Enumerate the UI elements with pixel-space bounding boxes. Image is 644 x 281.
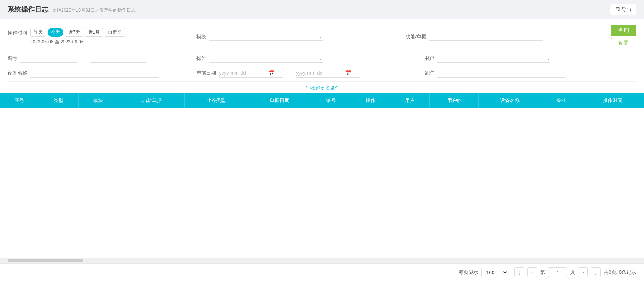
function-select[interactable]: ⌄ [429, 32, 543, 41]
function-label: 功能/单据 [406, 33, 427, 40]
page-label: 第 [540, 269, 545, 276]
doc-date-from-input[interactable] [219, 70, 268, 76]
time-btn-yesterday[interactable]: 昨天 [30, 28, 46, 37]
time-btn-7days[interactable]: 近7天 [65, 28, 83, 37]
data-table: 序号 类型 模块 功能/单据 业务类型 单据日期 编号 操作 用户 用户ip 设… [0, 93, 644, 108]
page-title: 系统操作日志 [8, 5, 48, 14]
function-chevron-icon: ⌄ [539, 34, 543, 39]
col-remark: 备注 [542, 93, 581, 108]
collapse-button[interactable]: ⌃ 收起更多条件 [304, 85, 340, 92]
scroll-thumb[interactable] [8, 259, 83, 262]
col-seq: 序号 [0, 93, 39, 108]
page-subtitle: 支持2020年10月31日之后产生的操作日志 [52, 7, 136, 14]
calendar-to-icon[interactable]: 📅 [345, 70, 351, 76]
page-first-button[interactable]: ⌊ [514, 267, 524, 277]
module-select[interactable]: ⌄ [209, 32, 323, 41]
user-label: 用户 [424, 55, 434, 62]
collapse-label: 收起更多条件 [310, 85, 340, 92]
module-chevron-icon: ⌄ [319, 34, 323, 39]
device-input[interactable] [30, 68, 159, 78]
page-last-button[interactable]: ⌋ [591, 267, 601, 277]
time-label: 操作时间 [8, 29, 27, 36]
page-next-button[interactable]: › [578, 267, 588, 277]
page-size-label: 每页显示 [459, 269, 478, 276]
user-chevron-icon: ⌄ [547, 56, 550, 61]
number-input-from[interactable] [20, 54, 77, 63]
number-label: 编号 [8, 55, 17, 62]
time-btn-today[interactable]: 今天 [48, 28, 63, 37]
user-select[interactable]: ⌄ [437, 54, 550, 63]
query-button[interactable]: 查询 [611, 25, 636, 36]
col-number: 编号 [311, 93, 351, 108]
operation-chevron-icon: ⌄ [319, 56, 323, 61]
doc-date-from[interactable]: 📅 [219, 68, 283, 78]
remark-input[interactable] [437, 68, 565, 78]
col-user-ip: 用户ip [429, 93, 478, 108]
time-btn-custom[interactable]: 自定义 [105, 28, 125, 37]
operation-select[interactable]: ⌄ [209, 54, 323, 63]
pagination-bar: 每页显示 100 50 200 ⌊ ‹ 第 页 › ⌋ 共0页, 0条记录 [0, 263, 644, 281]
col-user: 用户 [390, 93, 429, 108]
col-biz-type: 业务类型 [185, 93, 248, 108]
col-function: 功能/单据 [118, 93, 184, 108]
page-unit: 页 [570, 269, 575, 276]
col-op-time: 操作时间 [581, 93, 644, 108]
module-label: 模块 [196, 33, 206, 40]
col-module: 模块 [79, 93, 118, 108]
number-input-to[interactable] [90, 54, 146, 63]
calendar-from-icon[interactable]: 📅 [268, 70, 275, 76]
col-device: 设备名称 [478, 93, 542, 108]
horizontal-scrollbar[interactable] [0, 258, 644, 263]
page-prev-button[interactable]: ‹ [527, 267, 537, 277]
time-btn-1month[interactable]: 近1月 [85, 28, 103, 37]
time-range-display: 2023-06-06 至 2023-06-06 [30, 39, 125, 45]
settings-button[interactable]: 设置 [611, 38, 636, 48]
remark-label: 备注 [424, 70, 434, 76]
doc-date-to-input[interactable] [296, 70, 345, 76]
col-doc-date: 单据日期 [248, 93, 311, 108]
page-number-input[interactable] [548, 267, 567, 277]
collapse-up-icon: ⌃ [304, 85, 309, 91]
operation-label: 操作 [196, 55, 206, 62]
doc-date-to[interactable]: 📅 [296, 68, 360, 78]
export-label: 导出 [622, 6, 632, 13]
device-label: 设备名称 [8, 70, 27, 76]
total-info: 共0页, 0条记录 [604, 269, 636, 276]
doc-date-label: 单据日期 [196, 70, 216, 76]
export-button[interactable]: 🖫 导出 [610, 4, 636, 15]
table-header-row: 序号 类型 模块 功能/单据 业务类型 单据日期 编号 操作 用户 用户ip 设… [0, 93, 644, 108]
col-operation: 操作 [351, 93, 390, 108]
number-sep: — [81, 56, 86, 61]
doc-date-sep: — [287, 70, 292, 76]
col-type: 类型 [39, 93, 78, 108]
empty-table-area [0, 145, 644, 258]
export-icon: 🖫 [615, 6, 620, 12]
page-size-select[interactable]: 100 50 200 [481, 268, 508, 277]
